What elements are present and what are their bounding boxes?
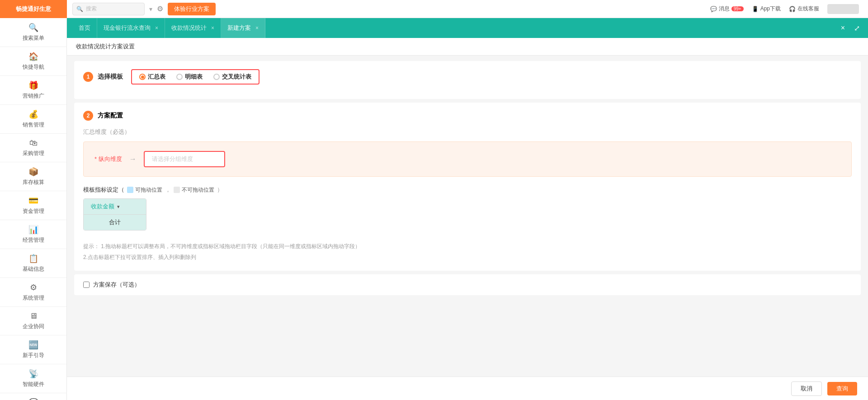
operations-icon: 📊	[28, 225, 38, 235]
sidebar-item-base-info[interactable]: 📋 基础信息	[0, 249, 66, 278]
tab-expand-btn[interactable]: ⤢	[851, 24, 863, 33]
radio-cross[interactable]: 交叉统计表	[213, 73, 251, 81]
tab-receipts-close[interactable]: ×	[211, 25, 214, 31]
tab-cashflow-close[interactable]: ×	[155, 25, 158, 31]
finance-icon: 💳	[28, 196, 38, 206]
legend-draggable: 可拖动位置	[127, 186, 162, 194]
save-label: 方案保存（可选）	[93, 281, 140, 289]
tab-cashflow[interactable]: 现金银行流水查询 ×	[97, 18, 165, 38]
dimension-area: * 纵向维度 → 请选择分组维度	[83, 141, 852, 177]
sidebar: 🔍 搜索菜单 🏠 快捷导航 🎁 营销推广 💰 销售管理 🛍 采购管理 📦 库存核…	[0, 18, 67, 400]
sidebar-item-enterprise-coop[interactable]: 🖥 企业协同	[0, 307, 66, 335]
purchase-icon: 🛍	[29, 138, 38, 148]
radio-summary[interactable]: 汇总表	[139, 73, 165, 81]
sidebar-item-marketing[interactable]: 🎁 营销推广	[0, 76, 66, 105]
tips-section: 提示： 1.拖动标题栏可以调整布局，不可跨维度或指标区域拖动栏目字段（只能在同一…	[83, 241, 852, 263]
tab-new-plan[interactable]: 新建方案 ×	[221, 18, 265, 38]
dropdown-icon[interactable]: ▾	[149, 5, 152, 13]
guide-icon: 🆕	[28, 340, 38, 350]
step2-num: 2	[83, 111, 93, 121]
arrow-icon: →	[129, 155, 137, 163]
query-button[interactable]: 查询	[827, 382, 857, 395]
page-header: 收款情况统计方案设置	[67, 38, 868, 56]
step1-num: 1	[83, 72, 93, 82]
headset-icon: 🎧	[789, 6, 796, 12]
enterprise-wechat-icon: 💬	[28, 398, 38, 400]
page-title: 收款情况统计方案设置	[76, 43, 135, 50]
system-icon: ⚙	[30, 282, 37, 292]
base-info-icon: 📋	[28, 254, 38, 264]
indicator-title: 模板指标设定（	[83, 186, 124, 194]
cancel-button[interactable]: 取消	[791, 381, 822, 396]
sidebar-item-purchase[interactable]: 🛍 采购管理	[0, 134, 66, 162]
user-avatar	[827, 4, 859, 14]
sidebar-item-operations[interactable]: 📊 经营管理	[0, 220, 66, 249]
dimension-section: 汇总维度（必选） * 纵向维度 → 请选择分组维度 模板指标设定（	[83, 128, 852, 263]
quick-nav-icon: 🏠	[28, 52, 38, 61]
dropdown-chevron-icon: ▾	[117, 204, 120, 210]
save-checkbox[interactable]	[83, 282, 90, 288]
template-radio-group: 汇总表 明细表 交叉统计表	[131, 69, 259, 85]
draggable-legend-box	[127, 187, 133, 193]
sidebar-item-finance[interactable]: 💳 资金管理	[0, 191, 66, 220]
legend-non-draggable: 不可拖动位置	[174, 186, 214, 194]
tab-close-btn[interactable]: ×	[838, 24, 848, 32]
search-menu-icon: 🔍	[28, 23, 38, 33]
download-icon: 📱	[752, 6, 759, 12]
marketing-icon: 🎁	[28, 80, 38, 90]
dimension-select[interactable]: 请选择分组维度	[144, 151, 225, 167]
smart-hw-icon: 📡	[28, 369, 38, 379]
download-btn[interactable]: 📱 App下载	[752, 5, 781, 13]
indicator-section: 模板指标设定（ 可拖动位置 ， 不可拖动位置 ）	[83, 186, 852, 263]
tab-new-plan-close[interactable]: ×	[255, 25, 259, 31]
step2-label: 方案配置	[98, 112, 123, 120]
app-logo: 畅捷通好生意	[0, 0, 67, 18]
sidebar-item-guide[interactable]: 🆕 新手引导	[0, 335, 66, 364]
indicator-header[interactable]: 收款金额 ▾	[84, 199, 146, 215]
sidebar-item-smart-hw[interactable]: 📡 智能硬件	[0, 364, 66, 393]
message-icon: 💬	[710, 6, 717, 12]
service-btn[interactable]: 🎧 在线客服	[789, 5, 819, 13]
trial-button[interactable]: 体验行业方案	[168, 3, 216, 15]
step2-card: 2 方案配置 汇总维度（必选） * 纵向维度 → 请选择分组维度	[74, 103, 861, 271]
sales-icon: 💰	[28, 109, 38, 119]
badge: 99+	[731, 6, 744, 11]
page-footer: 取消 查询	[67, 376, 868, 400]
page-content: 收款情况统计方案设置 1 选择模板 汇总表 明细表	[67, 38, 868, 376]
tab-bar: 首页 现金银行流水查询 × 收款情况统计 × 新建方案 × × ⤢	[67, 18, 868, 38]
sidebar-item-quick-nav[interactable]: 🏠 快捷导航	[0, 47, 66, 76]
sidebar-item-search-menu[interactable]: 🔍 搜索菜单	[0, 18, 66, 47]
step1-label: 选择模板	[98, 73, 123, 81]
message-btn[interactable]: 💬 消息 99+	[710, 5, 744, 13]
step1-card: 1 选择模板 汇总表 明细表 交	[74, 61, 861, 99]
non-draggable-legend-box	[174, 187, 180, 193]
save-section: 方案保存（可选）	[74, 274, 861, 295]
inventory-icon: 📦	[28, 167, 38, 177]
sidebar-item-inventory[interactable]: 📦 库存核算	[0, 162, 66, 191]
search-input-box[interactable]: 🔍 搜索	[72, 3, 145, 15]
settings-icon[interactable]: ⚙	[157, 5, 163, 13]
sidebar-item-enterprise-wechat[interactable]: 💬 企业微信	[0, 393, 66, 400]
enterprise-coop-icon: 🖥	[29, 311, 38, 321]
radio-detail[interactable]: 明细表	[176, 73, 203, 81]
sidebar-item-system[interactable]: ⚙ 系统管理	[0, 278, 66, 307]
search-icon: 🔍	[76, 6, 83, 12]
vertical-label: * 纵向维度	[94, 155, 122, 163]
tab-home[interactable]: 首页	[72, 18, 97, 38]
tab-receipts[interactable]: 收款情况统计 ×	[165, 18, 221, 38]
sidebar-item-sales[interactable]: 💰 销售管理	[0, 105, 66, 134]
indicator-cell: 合计	[84, 215, 146, 230]
indicator-table: 收款金额 ▾ 合计	[83, 198, 146, 231]
